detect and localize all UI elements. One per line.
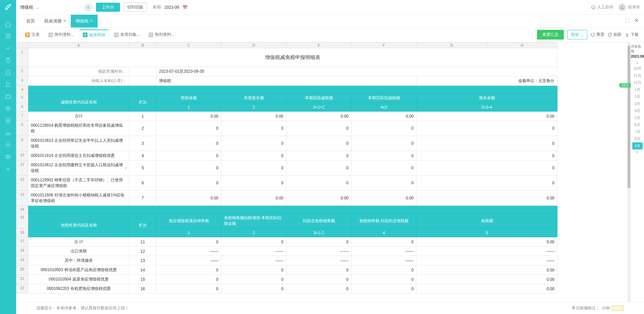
data-cell[interactable]: 2 xyxy=(129,121,156,136)
nav-video-icon[interactable] xyxy=(0,151,16,163)
nav-card-icon[interactable] xyxy=(0,90,16,103)
list-icon-button[interactable] xyxy=(84,3,93,12)
data-cell[interactable]: 0 xyxy=(352,121,417,136)
nav-export-icon[interactable] xyxy=(0,115,16,127)
data-cell[interactable]: 1 xyxy=(129,112,156,121)
data-cell[interactable]: 0.00 xyxy=(156,191,221,206)
download-button[interactable]: 下载 xyxy=(625,32,639,38)
data-cell[interactable]: 4 xyxy=(129,151,156,161)
data-cell[interactable]: 0 xyxy=(156,284,221,294)
data-cell[interactable]: 0 xyxy=(156,161,221,176)
data-cell[interactable]: 0 xyxy=(352,151,417,161)
data-cell[interactable]: 0 xyxy=(286,284,352,294)
reset-button[interactable]: 重置 xyxy=(591,32,604,38)
nav-clipboard-icon[interactable] xyxy=(0,54,16,66)
spreadsheet[interactable]: ABCDEFGH1增值税减免税申报明细表2税款所属时间：2023-07-01至2… xyxy=(16,42,631,302)
data-cell[interactable]: 0 xyxy=(221,275,286,284)
data-cell[interactable]: 0 xyxy=(221,161,286,176)
data-cell[interactable]: 0001129914 购置增值税税控系统专用设备抵减增值税 xyxy=(28,121,129,136)
data-cell[interactable]: 0.00 xyxy=(417,237,557,247)
data-cell[interactable]: 0 xyxy=(286,237,352,247)
nav-settings-icon[interactable] xyxy=(0,139,16,151)
month-5月[interactable]: 5月 xyxy=(631,114,644,121)
data-cell[interactable]: 14 xyxy=(129,265,156,275)
tab-税表清册[interactable]: 税表清册✕ xyxy=(40,15,71,27)
data-cell[interactable]: 0 xyxy=(286,176,352,191)
data-cell[interactable]: 0 xyxy=(156,121,221,136)
data-cell[interactable]: —— xyxy=(156,247,221,256)
data-cell[interactable]: 0 xyxy=(221,151,286,161)
data-cell[interactable]: 0.00 xyxy=(286,112,352,121)
month-4月[interactable]: 4月 xyxy=(631,107,644,114)
data-cell[interactable]: 0 xyxy=(221,176,286,191)
col-header-H[interactable]: H xyxy=(487,42,557,48)
nav-doc-icon[interactable] xyxy=(0,30,16,42)
nav-inbox-icon[interactable] xyxy=(0,127,16,139)
data-cell[interactable]: 0 xyxy=(417,176,557,191)
tab-首页[interactable]: 首页 xyxy=(21,15,40,27)
data-cell[interactable]: 0 xyxy=(352,161,417,176)
calendar-icon[interactable]: 📅 xyxy=(182,5,187,10)
data-cell[interactable]: 0.00 xyxy=(417,284,557,294)
close-icon[interactable]: ✕ xyxy=(90,19,93,23)
vertical-scrollbar[interactable] xyxy=(627,42,631,302)
data-cell[interactable]: 0.00 xyxy=(156,112,221,121)
data-cell[interactable]: 15 xyxy=(129,275,156,284)
data-cell[interactable]: 合 计 xyxy=(28,237,129,247)
data-cell[interactable]: 0.00 xyxy=(221,112,286,121)
data-cell[interactable]: 出口免税 xyxy=(28,247,129,256)
data-cell[interactable]: 0 xyxy=(156,176,221,191)
nav-calc-icon[interactable] xyxy=(0,66,16,78)
data-cell[interactable]: 16 xyxy=(129,284,156,294)
data-cell[interactable]: 0 xyxy=(286,151,352,161)
data-cell[interactable]: 0 xyxy=(221,136,286,151)
data-cell[interactable]: —— xyxy=(221,247,286,256)
month-11月[interactable]: 11月 xyxy=(631,72,644,79)
data-cell[interactable]: —— xyxy=(417,256,557,265)
data-cell[interactable]: 0001129902 销售旧货（不含二手车经销）、已使用固定资产减征增值税 xyxy=(28,176,129,191)
data-cell[interactable]: 0.00 xyxy=(221,191,286,206)
month-1月[interactable]: 1月 xyxy=(631,86,644,93)
data-cell[interactable]: 0 xyxy=(156,151,221,161)
data-cell[interactable]: 0.00 xyxy=(417,112,557,121)
data-cell[interactable]: 5 xyxy=(129,161,156,176)
data-cell[interactable]: —— xyxy=(417,247,557,256)
data-cell[interactable]: 0 xyxy=(221,265,286,275)
data-cell[interactable]: 13 xyxy=(129,256,156,265)
data-cell[interactable]: 0.00 xyxy=(417,191,557,206)
subtab-2[interactable]: ⎘减免明细 xyxy=(79,29,109,40)
col-header-A[interactable]: A xyxy=(28,42,129,48)
col-header-B[interactable]: B xyxy=(129,42,156,48)
col-header-E[interactable]: E xyxy=(286,42,352,48)
data-cell[interactable]: —— xyxy=(352,247,417,256)
data-cell[interactable]: 0001011608 对湖北省外的小规模纳税人减按1%征收率征收增值税 xyxy=(28,191,129,206)
data-cell[interactable]: 0 xyxy=(417,151,557,161)
data-cell[interactable]: 0 xyxy=(352,176,417,191)
data-cell[interactable]: 0001010503 鲜活肉蛋产品免征增值税优惠 xyxy=(28,265,129,275)
col-header-G[interactable]: G xyxy=(417,42,487,48)
period-init-button[interactable]: 期初 ⌄ xyxy=(567,30,587,40)
data-cell[interactable]: 0001010504 蔬菜免征增值税优惠 xyxy=(28,275,129,284)
data-cell[interactable]: 0.00 xyxy=(286,191,352,206)
refresh-button[interactable]: 刷新 xyxy=(608,32,622,38)
month-6月[interactable]: 6月 xyxy=(631,121,644,128)
month-next-icon[interactable]: ▼ xyxy=(635,149,640,155)
close-tab-icon[interactable]: ✕ xyxy=(634,17,639,24)
data-cell[interactable]: 0 xyxy=(286,136,352,151)
nav-home-icon[interactable] xyxy=(0,18,16,30)
close-icon[interactable]: ✕ xyxy=(63,19,66,23)
data-cell[interactable]: 0 xyxy=(352,237,417,247)
data-cell[interactable]: 0 xyxy=(286,121,352,136)
data-cell[interactable]: 11 xyxy=(129,237,156,247)
data-cell[interactable]: —— xyxy=(156,256,221,265)
nav-chart-icon[interactable] xyxy=(0,42,16,54)
data-cell[interactable]: 0 xyxy=(417,121,557,136)
data-cell[interactable]: 0 xyxy=(286,265,352,275)
expand-icon[interactable]: ⛶ xyxy=(625,18,629,23)
tab-增值税[interactable]: 增值税✕ xyxy=(71,15,98,27)
data-cell[interactable]: 0 xyxy=(352,136,417,151)
data-cell[interactable]: 0001011814 企业招用退役士兵扣减增值税优惠 xyxy=(28,151,129,161)
data-cell[interactable]: 0001013612 企业招用建档立卡贫困人口就业扣减增值税▾ xyxy=(28,161,129,176)
switch-old-button[interactable]: 切到旧版 xyxy=(123,3,147,12)
data-cell[interactable]: —— xyxy=(221,256,286,265)
